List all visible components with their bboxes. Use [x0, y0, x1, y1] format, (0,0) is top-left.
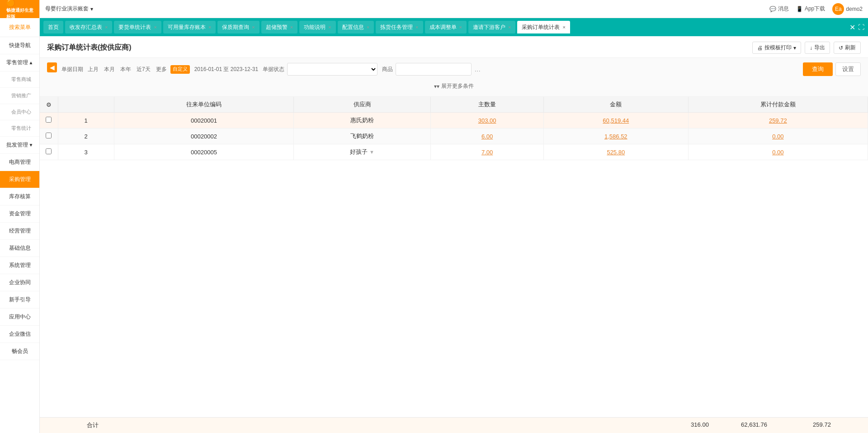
- supplier-expand-icon[interactable]: ▼: [369, 149, 374, 155]
- tab-instructions-label: 功能说明: [304, 24, 326, 31]
- shortcut-this-month[interactable]: 本月: [102, 65, 117, 74]
- settings-button[interactable]: 设置: [835, 62, 861, 76]
- row3-qty[interactable]: 7.00: [431, 144, 544, 160]
- tab-instructions-close[interactable]: ×: [328, 24, 331, 30]
- tab-goods-stats-close[interactable]: ×: [154, 24, 156, 30]
- shortcut-last-month[interactable]: 上月: [86, 65, 100, 74]
- row1-no: 1: [58, 113, 114, 128]
- refresh-button[interactable]: ↺ 刷新: [834, 42, 861, 54]
- row3-amount[interactable]: 525.80: [543, 144, 688, 160]
- sidebar-item-finance[interactable]: 资金管理: [0, 205, 39, 223]
- row3-paid[interactable]: 0.00: [688, 144, 868, 160]
- settings-gear-icon[interactable]: ⚙: [46, 101, 52, 108]
- header-top-bar: 母婴行业演示账套 ▾ 💬 消息 📱 App下载 Ea demo2: [40, 0, 868, 18]
- sidebar-item-inventory[interactable]: 库存核算: [0, 188, 39, 205]
- finance-label: 资金管理: [9, 210, 31, 218]
- close-window-button[interactable]: ✕: [849, 23, 855, 32]
- sidebar-item-basic[interactable]: 基础信息: [0, 240, 39, 257]
- goods-filter-group: 商品 …: [382, 63, 481, 76]
- account-dropdown[interactable]: 母婴行业演示账套 ▾: [45, 5, 93, 13]
- checkbox-3[interactable]: [46, 148, 52, 154]
- checkbox-2[interactable]: [46, 133, 52, 138]
- sidebar-item-quick-nav[interactable]: 快捷导航: [0, 37, 39, 54]
- tab-picking[interactable]: 拣货任务管理 ×: [376, 21, 423, 33]
- sidebar-item-member[interactable]: 会员中心: [0, 104, 39, 120]
- tab-invite[interactable]: 邀请下游客户 ×: [468, 21, 515, 33]
- tab-inventory-ledger-close[interactable]: ×: [208, 24, 211, 30]
- tab-invite-close[interactable]: ×: [508, 24, 511, 30]
- tab-expiry-close[interactable]: ×: [252, 24, 255, 30]
- query-button[interactable]: 查询: [803, 62, 833, 76]
- sidebar-item-retail-stats[interactable]: 零售统计: [0, 120, 39, 137]
- status-select[interactable]: [287, 63, 377, 76]
- sidebar-item-vip[interactable]: 畅会员: [0, 343, 39, 360]
- message-button[interactable]: 💬 消息: [769, 5, 789, 13]
- sidebar-item-operation[interactable]: 经营管理: [0, 223, 39, 240]
- row1-paid[interactable]: 259.72: [688, 113, 868, 128]
- tab-inventory-ledger-label: 可用量库存账本: [168, 24, 206, 31]
- print-button[interactable]: 🖨 按模板打印 ▾: [752, 42, 801, 54]
- search-menu-label[interactable]: 搜索菜单: [2, 22, 38, 33]
- app-logo: 🟠 畅捷通好生意 标版: [0, 0, 39, 18]
- tab-expiry[interactable]: 保质期查询 ×: [217, 21, 259, 33]
- filter-toggle-button[interactable]: ◀: [47, 62, 57, 72]
- tab-cost-adjust[interactable]: 成本调整单 ×: [425, 21, 467, 33]
- row2-paid[interactable]: 0.00: [688, 128, 868, 144]
- sidebar-item-appstore[interactable]: 应用中心: [0, 309, 39, 326]
- sidebar-item-ecommerce[interactable]: 电商管理: [0, 154, 39, 171]
- tab-cost-adjust-close[interactable]: ×: [459, 24, 462, 30]
- retail-arrow: ▲: [29, 60, 33, 65]
- row1-amount[interactable]: 60,519.44: [543, 113, 688, 128]
- row1-qty[interactable]: 303.00: [431, 113, 544, 128]
- export-button[interactable]: ↓ 导出: [805, 42, 830, 54]
- tab-instructions[interactable]: 功能说明 ×: [299, 21, 335, 33]
- shortcut-this-year[interactable]: 本年: [118, 65, 133, 74]
- tab-invite-label: 邀请下游客户: [473, 24, 505, 31]
- sidebar-item-retail[interactable]: 零售管理 ▲: [0, 54, 39, 71]
- sidebar-item-purchase[interactable]: 采购管理: [0, 171, 39, 188]
- query-actions: 查询 设置: [803, 62, 861, 76]
- row2-checkbox[interactable]: [40, 128, 58, 144]
- goods-more-icon[interactable]: …: [474, 66, 481, 73]
- marketing-label: 营销推广: [11, 92, 31, 99]
- sidebar-item-wechat[interactable]: 企业微信: [0, 326, 39, 343]
- tab-receive[interactable]: 收发存汇总表 ×: [65, 21, 112, 33]
- sidebar-item-newbie[interactable]: 新手引导: [0, 291, 39, 309]
- tab-overstock-close[interactable]: ×: [290, 24, 293, 30]
- sidebar: 🟠 畅捷通好生意 标版 搜索菜单 快捷导航 零售管理 ▲ 零售商城 营销推广 会…: [0, 0, 40, 433]
- row3-checkbox[interactable]: [40, 144, 58, 160]
- row2-qty[interactable]: 6.00: [431, 128, 544, 144]
- tab-overstock[interactable]: 超储预警 ×: [261, 21, 297, 33]
- checkbox-1[interactable]: [46, 117, 52, 123]
- expand-more-button[interactable]: ▾▾ 展开更多条件: [47, 81, 861, 92]
- tab-picking-close[interactable]: ×: [415, 24, 418, 30]
- tab-purchase-stats[interactable]: 采购订单统计表 ×: [517, 21, 570, 33]
- tab-goods-stats[interactable]: 要货单统计表 ×: [114, 21, 161, 33]
- date-range-text: 2016-01-01 至 2023-12-31: [194, 66, 258, 73]
- shortcut-more[interactable]: 更多: [154, 65, 169, 74]
- custom-badge[interactable]: 自定义: [170, 65, 190, 74]
- sidebar-item-system[interactable]: 系统管理: [0, 257, 39, 274]
- sidebar-item-marketing[interactable]: 营销推广: [0, 88, 39, 104]
- tab-purchase-stats-close[interactable]: ×: [562, 24, 565, 30]
- app-download-button[interactable]: 📱 App下载: [796, 5, 825, 13]
- sidebar-item-wholesale[interactable]: 批发管理 ▼: [0, 137, 39, 154]
- row2-amount[interactable]: 1,586.52: [543, 128, 688, 144]
- appstore-label: 应用中心: [9, 313, 31, 321]
- row1-checkbox[interactable]: [40, 113, 58, 128]
- col-settings[interactable]: ⚙: [40, 97, 58, 113]
- tab-config[interactable]: 配置信息 ×: [338, 21, 374, 33]
- tab-home[interactable]: 首页: [43, 21, 63, 33]
- retail-shop-label: 零售商城: [11, 76, 31, 83]
- sidebar-item-retail-shop[interactable]: 零售商城: [0, 71, 39, 88]
- maximize-window-button[interactable]: ⛶: [858, 24, 864, 31]
- table-footer: 合计 316.00 62,631.76 259.72: [40, 417, 868, 433]
- goods-input[interactable]: [396, 63, 472, 76]
- wholesale-label: 批发管理: [6, 141, 28, 149]
- tab-inventory-ledger[interactable]: 可用量库存账本 ×: [163, 21, 216, 33]
- sidebar-item-enterprise[interactable]: 企业协同: [0, 274, 39, 291]
- user-profile[interactable]: Ea demo2: [832, 3, 863, 15]
- tab-config-close[interactable]: ×: [367, 24, 369, 30]
- shortcut-7days[interactable]: 近7天: [135, 65, 152, 74]
- tab-receive-close[interactable]: ×: [105, 24, 108, 30]
